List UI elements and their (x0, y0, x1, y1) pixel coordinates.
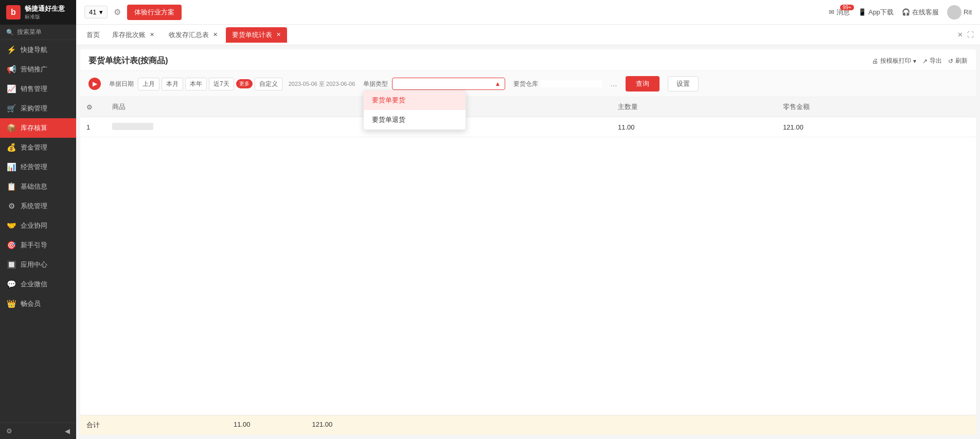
sidebar-item-sales[interactable]: 📈 销售管理 (0, 79, 76, 99)
search-icon: 🔍 (6, 29, 14, 36)
total-qty: 11.00 (234, 420, 251, 430)
tab-inventory-batch-close[interactable]: ✕ (150, 31, 154, 38)
row-amount: 121.00 (777, 117, 976, 137)
sidebar-item-label: 库存核算 (21, 123, 47, 133)
system-icon: ⚙ (6, 202, 16, 211)
tab-inventory-batch[interactable]: 库存批次账 ✕ (106, 27, 161, 43)
user-name: Rit (964, 8, 972, 16)
message-icon: ✉ (829, 8, 834, 16)
tab-receivable-summary[interactable]: 收发存汇总表 ✕ (163, 27, 224, 43)
sidebar-item-marketing[interactable]: 📢 营销推广 (0, 60, 76, 79)
tab-home[interactable]: 首页 (82, 27, 104, 43)
dropdown-item-order-goods[interactable]: 要货单要货 (364, 90, 466, 110)
sidebar-item-label: 企业微信 (21, 280, 47, 289)
tab-close-all-icon[interactable]: ✕ (957, 31, 963, 39)
date-filter-label: 单据日期 (109, 80, 134, 88)
sidebar-item-purchase[interactable]: 🛒 采购管理 (0, 99, 76, 118)
tab-bar-actions: ✕ ⛶ (957, 31, 974, 39)
sidebar-item-label: 经营管理 (21, 162, 47, 172)
type-filter-input[interactable]: ▲ (392, 78, 505, 90)
sidebar-item-label: 畅会员 (21, 299, 41, 308)
total-amount: 121.00 (312, 420, 333, 430)
sidebar-collapse-button[interactable]: ◀ (65, 427, 70, 435)
table-settings-icon[interactable]: ⚙ (86, 103, 93, 111)
sidebar-item-label: 应用中心 (21, 260, 47, 269)
row-goods (106, 117, 379, 137)
sidebar-item-label: 新手引导 (21, 241, 47, 250)
date-more-badge[interactable]: 更多 (236, 79, 253, 88)
sidebar-item-guide[interactable]: 🎯 新手引导 (0, 235, 76, 255)
messages-badge: 99+ (840, 5, 854, 10)
header-left: 41 ▾ ⚙ 体验行业方案 (84, 5, 182, 20)
date-btn-last-month[interactable]: 上月 (138, 78, 159, 90)
operation-icon: 📊 (6, 162, 16, 172)
date-btn-this-month[interactable]: 本月 (162, 78, 183, 90)
enterprise-icon: 🤝 (6, 221, 16, 230)
sidebar-item-wechat[interactable]: 💬 企业微信 (0, 275, 76, 294)
app-sub: 标准版 (25, 13, 65, 20)
messages-button[interactable]: ✉ 消息 99+ (829, 8, 850, 17)
quick-nav-icon: ⚡ (6, 45, 16, 54)
col-settings: ⚙ (80, 97, 106, 117)
total-label: 合计 (86, 420, 100, 430)
export-label: 导出 (930, 57, 942, 65)
export-button[interactable]: ↗ 导出 (922, 57, 942, 65)
sidebar-item-system[interactable]: ⚙ 系统管理 (0, 196, 76, 216)
type-dropdown-menu: 要货单要货 要货单退货 (363, 90, 466, 130)
date-btn-last-7-days[interactable]: 近7天 (209, 78, 234, 90)
filter-more-button[interactable]: ... (610, 79, 617, 88)
sidebar-item-basic[interactable]: 📋 基础信息 (0, 177, 76, 196)
date-btn-custom[interactable]: 自定义 (255, 78, 282, 90)
sidebar-item-member[interactable]: 👑 畅会员 (0, 294, 76, 314)
tab-receivable-summary-label: 收发存汇总表 (169, 30, 209, 40)
app-logo-text: 畅捷通好生意 标准版 (25, 5, 65, 20)
print-button[interactable]: 🖨 按模板打印 ▾ (872, 57, 916, 65)
sidebar-logo: b 畅捷通好生意 标准版 (0, 0, 76, 25)
col-qty: 主数量 (612, 97, 777, 117)
type-filter-label: 单据类型 (363, 80, 388, 88)
user-avatar-button[interactable]: Rit (947, 5, 972, 20)
filter-expand-button[interactable]: ▶ (88, 78, 101, 90)
sidebar-item-appstore[interactable]: 🔲 应用中心 (0, 255, 76, 275)
online-service-button[interactable]: 🎧 在线客服 (902, 8, 939, 17)
company-select[interactable]: 41 ▾ (84, 6, 108, 19)
table-header-row: ⚙ 商品 主计量单位 主数量 零售金额 (80, 97, 976, 117)
sidebar-item-label: 资金管理 (21, 143, 47, 152)
industry-button[interactable]: 体验行业方案 (127, 5, 182, 20)
chevron-down-icon: ▾ (913, 58, 916, 65)
sidebar-item-operation[interactable]: 📊 经营管理 (0, 157, 76, 177)
settings-button[interactable]: 设置 (668, 76, 699, 92)
sidebar-item-quick-nav[interactable]: ⚡ 快捷导航 (0, 40, 76, 60)
table-header: ⚙ 商品 主计量单位 主数量 零售金额 (80, 97, 976, 117)
chevron-down-icon: ▾ (99, 8, 103, 16)
app-logo-icon: b (6, 5, 21, 20)
date-btn-this-year[interactable]: 本年 (185, 78, 207, 90)
sidebar-item-label: 营销推广 (21, 65, 47, 74)
warehouse-filter-label: 要货仓库 (513, 80, 538, 88)
tab-bar: 首页 库存批次账 ✕ 收发存汇总表 ✕ 要货单统计表 ✕ ✕ ⛶ (76, 25, 980, 45)
tab-expand-icon[interactable]: ⛶ (967, 31, 974, 39)
refresh-button[interactable]: ↺ 刷新 (948, 57, 968, 65)
header-gear-icon[interactable]: ⚙ (114, 7, 121, 17)
sidebar-item-finance[interactable]: 💰 资金管理 (0, 138, 76, 157)
page-title: 要货单统计表(按商品) (88, 56, 168, 66)
sidebar-search[interactable]: 🔍 搜索菜单 (0, 25, 76, 40)
warehouse-filter-input[interactable] (540, 80, 602, 87)
top-header: 41 ▾ ⚙ 体验行业方案 ✉ 消息 99+ 📱 App下载 🎧 在线客服 R (76, 0, 980, 25)
filter-bar: ▶ 单据日期 上月 本月 本年 近7天 更多 自定义 2023-05-06 至 … (80, 71, 976, 97)
sidebar-nav: ⚡ 快捷导航 📢 营销推广 📈 销售管理 🛒 采购管理 📦 库存核算 💰 资金管… (0, 40, 76, 423)
tab-order-summary[interactable]: 要货单统计表 ✕ (226, 27, 287, 43)
sidebar-item-enterprise[interactable]: 🤝 企业协同 (0, 216, 76, 235)
sidebar-item-label: 基础信息 (21, 182, 47, 191)
dropdown-item-order-return[interactable]: 要货单退货 (364, 110, 466, 130)
query-button[interactable]: 查询 (626, 76, 660, 92)
app-download-button[interactable]: 📱 App下载 (858, 8, 894, 17)
sidebar-item-inventory[interactable]: 📦 库存核算 (0, 118, 76, 138)
table-footer: 合计 11.00 121.00 (80, 415, 976, 435)
tab-order-summary-close[interactable]: ✕ (276, 31, 281, 38)
refresh-icon: ↺ (948, 58, 953, 65)
avatar (947, 5, 961, 20)
sidebar-settings-icon[interactable]: ⚙ (6, 427, 12, 435)
tab-receivable-summary-close[interactable]: ✕ (213, 31, 218, 38)
guide-icon: 🎯 (6, 241, 16, 250)
